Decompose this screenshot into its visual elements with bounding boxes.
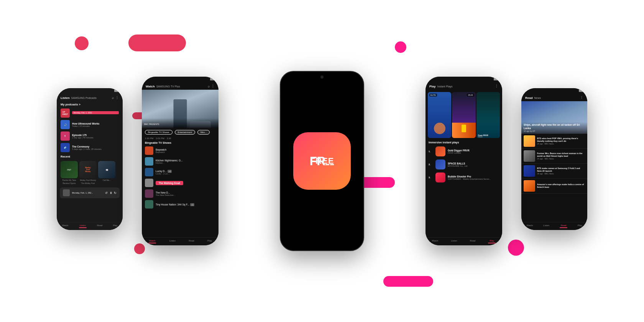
play-status-bar: ▲ ▓▓▓ — [426, 77, 502, 81]
more-icon-watch[interactable]: ⋮ — [211, 84, 215, 88]
watch-nav-listen[interactable]: Listen — [169, 240, 176, 243]
listen-nav-watch[interactable]: Watch — [62, 224, 69, 228]
search-icon-watch[interactable]: ⌕ — [208, 84, 210, 88]
listen-battery: ▓▓▓ — [114, 89, 119, 92]
play-nav-watch[interactable]: Watch — [432, 240, 439, 243]
now-playing-bar[interactable]: Monday, Feb. 1, 282... ↺ ⏸ ↻ — [60, 187, 120, 198]
podcast-title-2: How Ultrasound Works — [72, 122, 119, 125]
rewind-icon[interactable]: ↺ — [105, 191, 108, 195]
listen-bottom-nav: Watch Listen Read Play — [57, 222, 123, 230]
show-item-tiny-house[interactable]: Tiny House Nation: 344 Sq F... +1 — [142, 199, 219, 210]
podcast-info-3: Episode 175 1 day ago | 46 minutes — [72, 134, 119, 139]
podcast-item-3[interactable]: 🎙 Episode 175 1 day ago | 46 minutes — [57, 130, 123, 142]
news-item-bts-samsung[interactable]: BTS make cameo at Samsung Z Fold 2 and N… — [521, 164, 587, 179]
read-hero-meta: 16 ago by AP — [524, 130, 585, 132]
game-item-3[interactable]: 3. Bubble Shooter Pro SOFTGAMES - Mobile… — [426, 171, 502, 184]
cat-tab-entertainment[interactable]: Entertainment — [175, 130, 195, 135]
cat-tab-movies[interactable]: Mov... — [197, 130, 210, 135]
show-item-lucky[interactable]: Lucky D... +1 Lucky... | Luc... — [142, 167, 219, 177]
watch-screen: ▲ ▓▓▓ Watch SAMSUNG TV Plus ⌕ ⋮ BMC PRES… — [142, 77, 219, 245]
forward-icon[interactable]: ↻ — [114, 191, 117, 195]
game-sub-3: SOFTGAMES - Mobile Entertainment Servic.… — [448, 178, 499, 180]
read-bottom-nav: Watch Listen Read Play — [521, 222, 587, 230]
play-card-elite[interactable]: ELITE — [428, 92, 451, 138]
recent-label-2: Motley Fool Money — [79, 179, 97, 181]
game-item-2[interactable]: 2. SPACE BALLS MOVIGAME Co., Ltd. — [426, 158, 502, 171]
game-icon-bubble — [435, 172, 445, 182]
phone-read: ▲ ▓▓▓ Read News ⋮ Ships, aircraft fight … — [521, 88, 587, 230]
watch-battery: ▓▓▓ — [210, 78, 215, 80]
recent-sublabel-2: The Motley Fool — [79, 182, 97, 184]
show-sub-lucky: Lucky... | Luc... — [156, 172, 215, 175]
podcast-item-2[interactable]: 🔊 How Ultrasound Works Today | 23 minute… — [57, 119, 123, 130]
news-title-bezos: Former Mrs. Bezos now richest woman in t… — [537, 152, 585, 158]
read-nav-watch[interactable]: Watch — [526, 224, 533, 228]
news-info-bezos: Former Mrs. Bezos now richest woman in t… — [537, 152, 585, 160]
more-icon[interactable]: ⋮ — [115, 96, 119, 100]
listen-my-podcasts-title[interactable]: My podcasts > — [57, 101, 123, 107]
show-thumb-baywatch — [145, 146, 153, 155]
play-header: Play Instant Plays ⋮ — [426, 81, 502, 90]
np-info: Monday, Feb. 1, 282... — [72, 192, 103, 194]
news-item-bezos[interactable]: Former Mrs. Bezos now richest woman in t… — [521, 149, 587, 164]
pause-icon[interactable]: ⏸ — [109, 191, 112, 195]
show-item-kitchen[interactable]: Kitchen Nightmares: G... Kitchen... — [142, 156, 219, 167]
podcast-thumb-4: 🌊 — [61, 143, 70, 152]
watch-video-overlay: BMC PRESENTS — [142, 118, 219, 128]
podcast-info-1: Monday, Feb. 1, 2021 — [72, 111, 119, 115]
recent-call-me[interactable]: 📰 Call Me... — [98, 161, 115, 184]
podcast-item-4[interactable]: 🌊 The Ceremony 5 days ago | 1 hour, 28 m… — [57, 142, 123, 153]
read-app-label: Read — [525, 96, 533, 100]
play-card-purple[interactable]: 05:43 — [452, 92, 475, 138]
more-icon-play[interactable]: ⋮ — [495, 84, 498, 88]
news-item-amazon[interactable]: Amazon's new offerings make India a cent… — [521, 179, 587, 194]
more-icon-read[interactable]: ⋮ — [580, 96, 583, 100]
play-card-cave[interactable]: Cave FRVR FRVR — [476, 92, 500, 138]
show-info-baywatch: Baywatch Baywatch — [156, 148, 215, 153]
recent-pardon-my-take[interactable]: PMT Pardon My Take Barstool Sports — [61, 161, 78, 184]
watch-video-thumbnail[interactable]: BMC PRESENTS — [142, 90, 219, 128]
play-nav-play[interactable]: Play — [488, 240, 496, 243]
play-nav-read[interactable]: Read — [470, 240, 475, 243]
watch-signal: ▲ — [146, 78, 148, 80]
watch-nav-play[interactable]: Play — [207, 240, 212, 243]
game-item-1[interactable]: 1. Gold Digger FRVR FRVR Limited — [426, 145, 502, 158]
deco-pill-4 — [383, 276, 433, 287]
watch-nav-watch[interactable]: Watch — [148, 240, 156, 243]
podcast-info-4: The Ceremony 5 days ago | 1 hour, 28 min… — [72, 145, 119, 150]
news-info-amazon: Amazon's new offerings make India a cent… — [537, 183, 585, 189]
show-item-new-detective[interactable]: The New D... The New Detective... — [142, 188, 219, 199]
watch-brand-label: SAMSUNG TV Plus — [156, 85, 180, 88]
watch-nav-read[interactable]: Read — [189, 240, 194, 243]
podcast-title-4: The Ceremony — [72, 145, 119, 148]
read-hero-image[interactable]: Ships, aircraft fight new fire on oil ta… — [521, 101, 587, 134]
read-nav-read[interactable]: Read — [560, 224, 567, 228]
show-item-walking-dead[interactable]: The Walking Dead — [142, 177, 219, 188]
read-status-bar: ▲ ▓▓▓ — [521, 88, 587, 93]
watch-bottom-nav: Watch Listen Read Play — [142, 237, 219, 245]
watch-header: Watch SAMSUNG TV Plus ⌕ ⋮ — [142, 81, 219, 90]
recent-sublabel-1: Barstool Sports — [61, 182, 78, 184]
phone-center: FR FREE — [280, 71, 364, 251]
np-controls[interactable]: ↺ ⏸ ↻ — [105, 191, 117, 195]
podcast-item-1[interactable]: UPFIRST Monday, Feb. 1, 2021 — [57, 107, 123, 119]
watch-header-icons: ⌕ ⋮ — [208, 84, 215, 88]
recent-motley-fool[interactable]: MotleyFoolMoney Motley Fool Money The Mo… — [79, 161, 97, 184]
show-title-new-detective: The New D... — [156, 191, 215, 194]
news-item-bts-vma[interactable]: BTS wins best POP VMA, proving there's l… — [521, 134, 587, 149]
read-hero-title: Ships, aircraft fight new fire on oil ta… — [524, 123, 585, 130]
show-item-baywatch[interactable]: Baywatch Baywatch — [142, 145, 219, 156]
listen-nav-play[interactable]: Play — [113, 224, 118, 228]
deco-circle-4 — [508, 240, 524, 256]
listen-nav-listen[interactable]: Listen — [79, 224, 87, 228]
read-nav-play[interactable]: Play — [578, 224, 582, 228]
listen-nav-read[interactable]: Read — [97, 224, 102, 228]
show-sub-new-detective: The New Detective... — [156, 194, 215, 196]
listen-screen: ▲ ▓▓▓ Listen SAMSUNG Podcasts ⌕ ⋮ My pod… — [57, 88, 123, 230]
cat-tab-bingeable[interactable]: Bingeable TV Shows — [145, 130, 172, 135]
watch-app-label: Watch — [146, 85, 155, 88]
search-icon[interactable]: ⌕ — [112, 96, 114, 100]
time-2: 3:00 PM — [156, 137, 164, 140]
play-nav-listen[interactable]: Listen — [451, 240, 457, 243]
read-nav-listen[interactable]: Listen — [543, 224, 549, 228]
